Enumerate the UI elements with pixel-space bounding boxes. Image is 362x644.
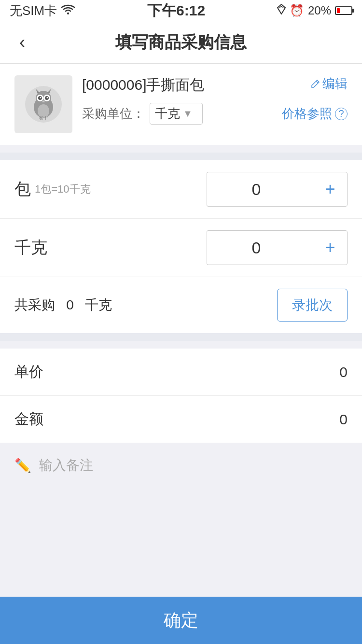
- quantity-section: 包 1包=10千克 + 千克 +: [0, 160, 362, 277]
- quantity-bao-controls: +: [207, 172, 348, 207]
- status-time: 下午6:12: [147, 1, 205, 21]
- amount-label: 金额: [14, 409, 43, 429]
- status-left: 无SIM卡: [10, 2, 75, 19]
- battery-percent: 20%: [308, 4, 331, 17]
- section-divider-2: [0, 333, 362, 341]
- section-divider-1: [0, 153, 362, 160]
- total-row: 共采购 0 千克 录批次: [0, 277, 362, 333]
- amount-value: 0: [339, 411, 348, 428]
- pencil-icon: ✏️: [14, 458, 31, 474]
- total-label: 共采购 0 千克: [14, 296, 112, 314]
- total-prefix: 共采购: [14, 297, 55, 312]
- carrier-label: 无SIM卡: [10, 2, 57, 19]
- status-right: ⏰ 20%: [277, 4, 352, 17]
- quantity-row-bao: 包 1包=10千克 +: [0, 160, 362, 219]
- price-ref-button[interactable]: 价格参照 ?: [282, 105, 348, 122]
- unit-price-label: 单价: [14, 362, 43, 382]
- unit-value: 千克: [155, 105, 180, 122]
- price-ref-label: 价格参照: [282, 105, 332, 122]
- location-icon: [277, 4, 286, 17]
- edit-label: 编辑: [322, 75, 348, 92]
- wifi-icon: [61, 3, 75, 18]
- price-row-amount: 金额 0: [0, 396, 362, 443]
- price-section: 单价 0 金额 0: [0, 349, 362, 443]
- status-bar: 无SIM卡 下午6:12 ⏰ 20%: [0, 0, 362, 21]
- product-card: 智十 [0000006]手撕面包 编辑 采购单位： 千克 ▼: [0, 64, 362, 145]
- page-title: 填写商品采购信息: [115, 31, 247, 54]
- batch-button[interactable]: 录批次: [277, 289, 348, 322]
- total-amount: 0: [66, 297, 74, 312]
- product-info: [0000006]手撕面包 编辑 采购单位： 千克 ▼ 价格参照 ?: [82, 75, 348, 125]
- quantity-kg-plus[interactable]: +: [313, 230, 348, 265]
- nav-bar: ‹ 填写商品采购信息: [0, 21, 362, 64]
- svg-text:智十: 智十: [39, 116, 48, 121]
- quantity-bao-input[interactable]: [207, 172, 313, 207]
- unit-label: 采购单位：: [82, 105, 145, 122]
- total-suffix: 千克: [85, 297, 112, 312]
- notes-placeholder: 输入备注: [39, 456, 93, 475]
- content-spacer: [0, 488, 362, 585]
- quantity-bao-sublabel: 1包=10千克: [35, 182, 91, 196]
- back-button[interactable]: ‹: [14, 28, 30, 57]
- svg-point-10: [40, 97, 42, 98]
- unit-price-value: 0: [339, 364, 348, 380]
- product-header: [0000006]手撕面包 编辑: [82, 75, 348, 95]
- svg-point-0: [67, 13, 69, 14]
- quantity-bao-plus[interactable]: +: [313, 172, 348, 207]
- quantity-kg-label: 千克: [14, 237, 47, 259]
- product-name: [0000006]手撕面包: [82, 75, 310, 95]
- unit-select[interactable]: 千克 ▼: [150, 103, 203, 125]
- dropdown-arrow-icon: ▼: [183, 108, 193, 119]
- alarm-icon: ⏰: [290, 4, 304, 17]
- confirm-button[interactable]: 确定: [0, 597, 362, 644]
- purchase-unit-row: 采购单位： 千克 ▼ 价格参照 ?: [82, 103, 348, 125]
- edit-button[interactable]: 编辑: [310, 75, 348, 92]
- quantity-kg-input[interactable]: [207, 230, 313, 265]
- notes-section[interactable]: ✏️ 输入备注: [0, 443, 362, 488]
- battery-icon: [335, 6, 352, 15]
- svg-point-11: [47, 97, 48, 98]
- price-row-unit: 单价 0: [0, 349, 362, 396]
- product-image: 智十: [14, 75, 72, 133]
- quantity-kg-controls: +: [207, 230, 348, 265]
- quantity-row-kg: 千克 +: [0, 219, 362, 277]
- quantity-bao-label: 包: [14, 178, 31, 200]
- help-icon: ?: [335, 108, 348, 120]
